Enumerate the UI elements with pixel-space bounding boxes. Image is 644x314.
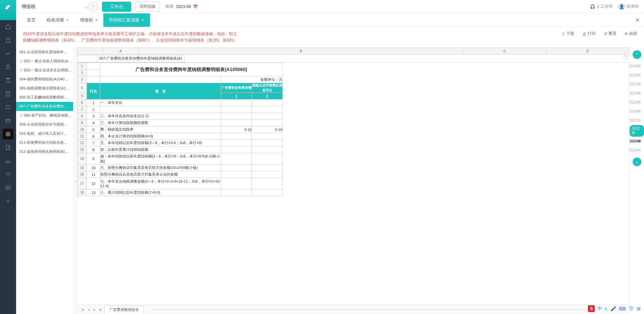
tab-所得税汇算清缴[interactable]: 所得税汇算清缴×	[103, 13, 150, 27]
nav-play-icon[interactable]	[3, 182, 13, 193]
sidebar-collapse-handle[interactable]	[73, 48, 77, 314]
formula-input[interactable]	[97, 55, 184, 62]
project-cell[interactable]: 六、按照分摊协议归集至其他关联方的金额(10≤3与6孰小值)	[100, 165, 221, 171]
seq-cell[interactable]: 7	[87, 140, 100, 146]
nav-clipboard-icon[interactable]	[3, 75, 13, 86]
value-cell-d[interactable]: 0.18	[252, 126, 283, 133]
ime-punct-icon[interactable]: •,	[605, 306, 608, 311]
year-option[interactable]: 2019年	[630, 98, 644, 107]
sidebar-item[interactable]: 012-减免所得税优惠明细表(…	[16, 147, 73, 156]
project-cell[interactable]: 二、本年符合条件的支出(1-2)	[100, 113, 221, 120]
value-cell-d[interactable]	[252, 113, 283, 120]
close-icon[interactable]: ×	[66, 17, 69, 23]
seq-cell[interactable]: 13	[87, 189, 100, 196]
project-cell[interactable]: 三、本年计算扣除限额的基数	[100, 120, 221, 126]
seq-cell[interactable]: 11	[87, 171, 100, 178]
value-cell-c[interactable]	[221, 165, 252, 171]
row-header[interactable]: 14	[77, 153, 87, 165]
value-cell-d[interactable]	[252, 165, 283, 171]
project-cell[interactable]: 四、本企业计算的扣除限额(4×5)	[100, 133, 221, 140]
nav-bag-icon[interactable]	[3, 62, 13, 72]
project-cell[interactable]: 八、累计结转以后年度扣除额(7+8-9)	[100, 189, 221, 196]
value-cell-c[interactable]	[221, 113, 252, 120]
year-option[interactable]: 2021年	[630, 116, 644, 125]
value-cell-d[interactable]	[252, 178, 283, 189]
col-header-B[interactable]: B	[139, 48, 463, 55]
year-option[interactable]: 2016年	[630, 71, 644, 80]
expand-panel-icon[interactable]: ›	[623, 50, 628, 60]
sheet-nav-first[interactable]: |◂	[80, 308, 85, 311]
project-cell[interactable]: 减：本年扣除的以前年度结转额[3＞6，本行=0；3≤6，本行=8与(6-3)孰小…	[100, 153, 221, 165]
value-cell-c[interactable]: 0.15	[221, 126, 252, 133]
user-menu[interactable]: 👤 徐泽华	[618, 3, 639, 10]
nav-v-icon[interactable]	[3, 196, 13, 206]
tab-首页[interactable]: 首页	[21, 13, 41, 27]
sidebar-item[interactable]: 006-职工薪酬纳税调整明细…	[16, 93, 73, 102]
year-option[interactable]: 2017年	[630, 80, 644, 89]
year-option[interactable]: 2022年	[630, 125, 644, 137]
cell-reference-box[interactable]	[77, 55, 97, 62]
year-option[interactable]: 2023年	[630, 137, 644, 146]
sheet-nav-next[interactable]: ▸	[92, 308, 97, 311]
year-option[interactable]: 2018年	[630, 89, 644, 98]
year-option[interactable]: 2020年	[630, 107, 644, 116]
ime-skin-icon[interactable]: 👕	[628, 306, 634, 311]
entity-dropdown[interactable]: 增值税 ⌄	[21, 4, 89, 10]
sidebar-item[interactable]: 009-企业所得税弥补亏损明…	[16, 120, 73, 129]
ime-keyboard-icon[interactable]: ⌨	[619, 306, 626, 311]
year-scroll-up-icon[interactable]: ⌃	[633, 50, 641, 59]
old-version-button[interactable]: 切到旧版	[135, 2, 160, 11]
nav-bank-icon[interactable]	[3, 102, 13, 113]
row-header[interactable]: 17	[77, 178, 87, 189]
value-cell-d[interactable]	[252, 140, 283, 146]
seq-cell[interactable]: 8	[87, 146, 100, 153]
value-cell-c[interactable]	[221, 100, 252, 106]
row-header[interactable]: 12	[77, 140, 87, 146]
sidebar-item[interactable]: 007-广告费和业务宣传费跨…	[16, 102, 73, 111]
row-header[interactable]: 8	[77, 113, 87, 120]
value-cell-c[interactable]	[221, 133, 252, 140]
calendar-icon[interactable]: 📅	[193, 4, 198, 9]
sheet-nav-prev[interactable]: ◂	[87, 308, 91, 311]
refresh-button[interactable]: ⟳刷新	[625, 31, 637, 37]
sheet-tab[interactable]: 广宣费调整明细表	[104, 306, 144, 314]
nav-export-icon[interactable]	[3, 142, 13, 153]
nav-doc-icon[interactable]	[3, 35, 13, 46]
workspace-button[interactable]: 工作台	[102, 2, 131, 12]
download-button[interactable]: ⇩下载	[561, 31, 574, 37]
seq-cell[interactable]: 1	[87, 100, 100, 106]
nav-gear-icon[interactable]	[3, 169, 13, 180]
horizontal-scrollbar[interactable]	[152, 308, 627, 311]
row-header[interactable]: 10	[77, 126, 87, 133]
sidebar-item[interactable]: 004-期间费用明细表(A1040…	[16, 75, 73, 84]
value-cell-d[interactable]	[252, 120, 283, 126]
value-cell-d[interactable]	[252, 133, 283, 140]
col-header-D[interactable]: D	[546, 48, 629, 55]
row-header[interactable]: 11	[77, 133, 87, 140]
value-cell-d[interactable]	[252, 100, 283, 106]
close-all-tabs-icon[interactable]: ✕	[635, 16, 640, 24]
value-cell-c[interactable]	[221, 120, 252, 126]
sidebar-item[interactable]: ⊘008-资产折旧、摊销及纳税…	[16, 111, 73, 120]
note-button[interactable]	[89, 2, 98, 11]
project-cell[interactable]	[100, 106, 221, 113]
nav-tax-icon[interactable]	[3, 129, 13, 139]
value-cell-d[interactable]	[252, 153, 283, 165]
project-cell[interactable]: 五、本年结转以后年度扣除额(3＞6，本行=3-6；3≤6，本行=0)	[100, 140, 221, 146]
ime-tool-icon[interactable]: ⊞	[637, 306, 641, 311]
sheet-nav-last[interactable]: ▸|	[98, 308, 103, 311]
seq-cell[interactable]: 3	[87, 113, 100, 120]
seq-cell[interactable]: 6	[87, 133, 100, 140]
nav-calc-icon[interactable]	[3, 88, 13, 99]
value-cell-c[interactable]	[221, 189, 252, 196]
value-cell-c[interactable]	[221, 171, 252, 178]
value-cell-c[interactable]	[221, 146, 252, 153]
row-header[interactable]: 13	[77, 146, 87, 153]
row-header[interactable]: 9	[77, 120, 87, 126]
seq-cell[interactable]: 4	[87, 120, 100, 126]
ime-mic-icon[interactable]: 🎤	[610, 306, 616, 311]
nav-home-icon[interactable]	[3, 21, 13, 32]
sidebar-item[interactable]: 011-研发费用加计扣除优惠…	[16, 138, 73, 147]
row-header[interactable]: 15	[77, 165, 87, 171]
row-header[interactable]: 7	[77, 106, 87, 113]
